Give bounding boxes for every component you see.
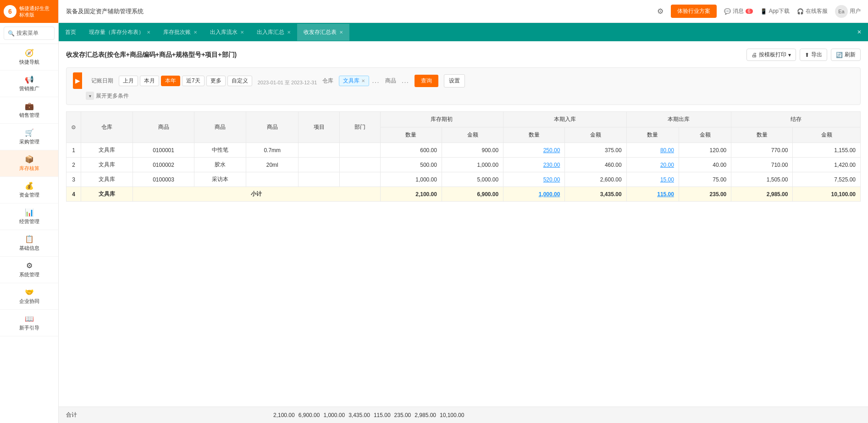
row1-outbound-qty[interactable]: 80.00: [626, 143, 679, 158]
col-outbound-qty-header: 数量: [626, 127, 679, 143]
filter-area: ▶ 记账日期 上月 本月 本年 近7天 更多 自定义 2023-01-01 至 …: [66, 67, 861, 105]
row1-warehouse: 文具库: [81, 143, 133, 158]
bottom-total-bar: 合计 2,100.00 6,900.00 1,000.00 3,435.00 1…: [59, 407, 868, 423]
row2-no: 2: [66, 158, 81, 172]
online-service-button[interactable]: 🎧 在线客服: [797, 7, 828, 15]
compass-icon: 🧭: [25, 49, 34, 57]
tab-stock-summary[interactable]: 收发存汇总表 ✕: [297, 24, 349, 41]
close-all-tabs-button[interactable]: ✕: [851, 24, 868, 40]
filter-setting-button[interactable]: 设置: [444, 74, 465, 88]
row1-closing-qty: 770.00: [731, 143, 793, 158]
tab-close-icon[interactable]: ✕: [240, 30, 244, 35]
expand-row: ▾ 展开更多条件: [86, 92, 854, 100]
sidebar-item-sales[interactable]: 💼 销售管理: [0, 97, 58, 124]
sidebar-item-quick-nav[interactable]: 🧭 快捷导航: [0, 44, 58, 71]
date-btn-last-7-days[interactable]: 近7天: [182, 76, 205, 86]
row2-outbound-qty[interactable]: 20.00: [626, 158, 679, 172]
header-actions: ⚙ 体验行业方案 💬 消息 6 📱 App下载 🎧 在线客服 Ea 用户: [657, 5, 861, 18]
date-btn-last-month[interactable]: 上月: [119, 76, 138, 86]
tab-close-icon[interactable]: ✕: [339, 30, 343, 35]
expand-conditions-button[interactable]: ▾ 展开更多条件: [86, 92, 854, 100]
message-button[interactable]: 💬 消息 6: [724, 7, 753, 15]
export-icon: ⬆: [805, 52, 809, 58]
settings-button[interactable]: ⚙: [657, 7, 663, 16]
tab-stock-distribution[interactable]: 现存量（库存分布表） ✕: [83, 24, 157, 41]
total-inbound-qty: 1,000.00: [323, 412, 345, 418]
money-icon: 💰: [25, 181, 34, 190]
app-download-button[interactable]: 📱 App下载: [760, 7, 790, 15]
subtotal-row: 4 文具库 小计 2,100.00 6,900.00 1,000.00 3,43…: [66, 187, 861, 202]
row3-inbound-qty[interactable]: 520.00: [503, 172, 565, 187]
row3-code: 0100003: [133, 172, 194, 187]
export-button[interactable]: ⬆ 导出: [800, 49, 827, 61]
tab-close-icon[interactable]: ✕: [147, 30, 150, 35]
subtotal-outbound-qty[interactable]: 115.00: [626, 187, 679, 202]
chevron-down-icon: ▾: [86, 92, 94, 100]
tab-batch-account[interactable]: 库存批次账 ✕: [157, 24, 204, 41]
logo-text: 畅捷通好生意 标准版: [19, 5, 50, 18]
warehouse-tag-close[interactable]: ✕: [361, 78, 365, 83]
subtotal-no: 4: [66, 187, 81, 202]
row2-inbound-qty[interactable]: 230.00: [503, 158, 565, 172]
page-title-bar: 收发存汇总表(按仓库+商品编码+商品+规格型号+项目+部门) 🖨 按模板打印 ▾…: [66, 49, 861, 61]
total-label: 合计: [66, 411, 77, 419]
tab-close-icon[interactable]: ✕: [194, 30, 197, 35]
chart-icon: 📊: [25, 208, 34, 217]
tab-close-icon[interactable]: ✕: [287, 30, 291, 35]
tab-inout-summary[interactable]: 出入库汇总 ✕: [250, 24, 297, 41]
search-menu-button[interactable]: 🔍 搜索菜单: [4, 27, 55, 40]
total-outbound-amt: 235.00: [394, 412, 411, 418]
sidebar-item-enterprise[interactable]: 🤝 企业协同: [0, 283, 58, 310]
table-row: 2 文具库 0100002 胶水 20ml 500.00 1,000.00 23…: [66, 158, 861, 172]
row3-inbound-amt: 2,600.00: [565, 172, 626, 187]
phone-icon: 📱: [760, 8, 767, 15]
total-opening-amt: 6,900.00: [299, 412, 320, 418]
row1-no: 1: [66, 143, 81, 158]
sidebar-search-area: 🔍 搜索菜单: [0, 23, 58, 44]
row2-code: 0100002: [133, 158, 194, 172]
row1-inbound-qty[interactable]: 250.00: [503, 143, 565, 158]
print-button[interactable]: 🖨 按模板打印 ▾: [746, 49, 796, 61]
refresh-button[interactable]: 🔄 刷新: [831, 49, 861, 61]
top-header: 装备及固定资产辅助管理系统 ⚙ 体验行业方案 💬 消息 6 📱 App下载 🎧 …: [59, 0, 868, 23]
subtotal-outbound-amt: 235.00: [679, 187, 731, 202]
printer-icon: 🖨: [752, 52, 757, 58]
sidebar-item-basic-info[interactable]: 📋 基础信息: [0, 230, 58, 257]
subtotal-opening-qty: 2,100.00: [380, 187, 442, 202]
tab-home[interactable]: 首页: [59, 24, 83, 41]
subtotal-closing-qty: 2,985.00: [731, 187, 793, 202]
sidebar-item-inventory[interactable]: 📦 库存核算: [0, 150, 58, 177]
date-btn-this-month[interactable]: 本月: [140, 76, 159, 86]
row1-spec: 0.7mm: [246, 143, 299, 158]
row3-project: [299, 172, 339, 187]
headset-icon: 🎧: [797, 8, 804, 15]
subtotal-inbound-qty[interactable]: 1,000.00: [503, 187, 565, 202]
total-outbound-qty: 115.00: [374, 412, 391, 418]
col-inbound-header: 本期入库: [503, 112, 626, 127]
row3-closing-amt: 7,525.00: [793, 172, 861, 187]
date-btn-more[interactable]: 更多: [206, 76, 226, 86]
date-btn-this-year[interactable]: 本年: [161, 76, 180, 86]
total-opening-qty: 2,100.00: [273, 412, 295, 418]
warehouse-more-button[interactable]: ...: [372, 77, 379, 85]
date-btn-custom[interactable]: 自定义: [227, 76, 252, 86]
sidebar-item-system[interactable]: ⚙ 系统管理: [0, 257, 58, 283]
trial-button[interactable]: 体验行业方案: [671, 5, 717, 18]
row2-warehouse: 文具库: [81, 158, 133, 172]
row2-spec: 20ml: [246, 158, 299, 172]
sidebar-item-marketing[interactable]: 📢 营销推广: [0, 71, 58, 97]
sidebar-item-purchase[interactable]: 🛒 采购管理: [0, 124, 58, 150]
product-more-button[interactable]: ...: [402, 77, 409, 85]
sidebar-item-guide[interactable]: 📖 新手引导: [0, 310, 58, 336]
row1-name: 中性笔: [194, 143, 246, 158]
row3-outbound-qty[interactable]: 15.00: [626, 172, 679, 187]
sidebar-item-business[interactable]: 📊 经营管理: [0, 203, 58, 230]
tab-inout-flow[interactable]: 出入库流水 ✕: [204, 24, 250, 41]
user-button[interactable]: Ea 用户: [835, 5, 861, 18]
filter-toggle-button[interactable]: ▶: [73, 72, 82, 89]
row3-closing-qty: 1,505.00: [731, 172, 793, 187]
sidebar-item-finance[interactable]: 💰 资金管理: [0, 177, 58, 203]
column-settings-icon[interactable]: ⚙: [71, 124, 76, 131]
row3-outbound-amt: 75.00: [679, 172, 731, 187]
search-button[interactable]: 查询: [415, 75, 438, 87]
